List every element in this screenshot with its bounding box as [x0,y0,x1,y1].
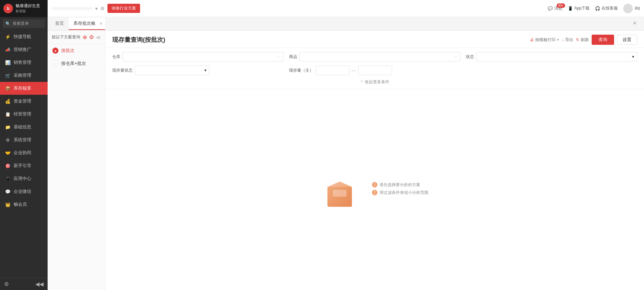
tabbar: 首页 库存批次账 × × [48,17,644,31]
filter-row-1: 仓库 ··· 商品 ··· 状态 [112,52,637,61]
app-edition: 标准版 [16,9,40,14]
app-download-action[interactable]: 📱 App下载 [568,5,590,11]
sidebar-item-enterprise[interactable]: 🤝 企业协同 [0,146,48,159]
refresh-label: 刷新 [581,37,589,43]
tab-close-icon[interactable]: × [100,21,102,26]
panel-item-batch[interactable]: ● 按批次 [48,44,105,57]
content-area: 按以下方案查询 ⊕ ⚙ ≪ ● 按批次 ○ 按仓库+批次 [48,31,644,290]
member-icon: 👑 [5,201,11,207]
top-search-box[interactable] [52,7,92,10]
tab-close-all[interactable]: × [628,17,641,30]
status-filter: 状态 ▾ [466,52,637,61]
sidebar-item-label: 畅会员 [14,201,27,207]
filter-row-2: 现存量状态 ▾ 现存量（主） — [112,66,637,75]
sidebar-item-label: 采购管理 [14,72,31,78]
refresh-action[interactable]: ↻ 刷新 [576,37,589,43]
goods-input[interactable]: ··· [299,52,460,61]
sidebar-item-label: 营销推广 [14,47,31,53]
online-service-action[interactable]: 🎧 在线客服 [595,5,618,11]
tab-home-label: 首页 [55,20,64,26]
user-action[interactable]: Rit [623,4,640,13]
panel-item-batch-label: 按批次 [61,48,74,54]
edit-scheme-icon[interactable]: ⚙ [89,34,94,40]
sidebar-item-inventory[interactable]: 📦 库存核算 [0,82,48,95]
sidebar-item-finance[interactable]: 💰 资金管理 [0,95,48,108]
empty-illustration [321,173,358,207]
sidebar-footer: ⚙ ◀◀ [0,278,48,290]
status-select[interactable]: ▾ [476,52,637,61]
empty-hints: 1 请先选择要分析的方案 2 用过滤条件来缩小分析范围 [372,182,428,198]
sidebar-item-label: 新手引导 [14,163,31,169]
sidebar-item-label: 应用中心 [14,176,31,182]
company-name: 畅康通好生意 [16,3,40,9]
service-icon: 🎧 [595,6,600,11]
sidebar-item-system[interactable]: ⚙ 系统管理 [0,133,48,146]
sidebar-item-label: 经营管理 [14,111,31,117]
sidebar-item-marketing[interactable]: 📣 营销推广 [0,43,48,56]
sidebar-item-label: 系统管理 [14,137,31,143]
collapse-row[interactable]: ⌃ 收起更多条件 [112,79,637,85]
stock-qty-to[interactable] [358,66,392,75]
export-action[interactable]: ↓ 导出 [562,37,573,43]
refresh-icon: ↻ [576,37,579,42]
collapse-icon: ⌃ [360,80,363,85]
marketing-icon: 📣 [5,47,11,53]
print-label: 按模板打印 [535,37,556,43]
messages-action[interactable]: 💬 消息 99+ [548,5,562,11]
settings-button[interactable]: 设置 [617,35,637,45]
warehouse-input[interactable]: ··· [122,52,284,61]
hint-2-text: 用过滤条件来缩小分析范围 [379,190,428,196]
tab-inventory-batch-label: 库存批次账 [73,20,96,26]
app-logo: b [3,4,13,13]
business-icon: 📋 [5,111,11,117]
settings-footer-icon[interactable]: ⚙ [4,281,9,287]
warehouse-label: 仓库 [112,54,120,60]
status-dropdown-icon: ▾ [632,54,634,59]
sidebar-item-member[interactable]: 👑 畅会员 [0,198,48,211]
stock-status-select[interactable]: ▾ [135,66,209,75]
newcomer-icon: 🎯 [5,163,11,169]
sidebar-item-label: 企业微信 [14,188,31,195]
page-actions: 🖨 按模板打印 ▾ ↓ 导出 ↻ 刷新 查询 设置 [530,35,637,45]
sidebar-item-purchase[interactable]: 🛒 采购管理 [0,69,48,82]
empty-state: 1 请先选择要分析的方案 2 用过滤条件来缩小分析范围 [105,89,644,290]
collapse-sidebar-icon[interactable]: ◀◀ [35,281,44,287]
stock-status-label: 现存量状态 [112,68,133,73]
collapse-panel-icon[interactable]: ≪ [96,35,101,40]
topbar-dropdown-icon[interactable]: ▾ [95,6,98,11]
panel-item-warehouse-batch-label: 按仓库+批次 [61,60,86,67]
sidebar-header: b 畅康通好生意 标准版 [0,0,48,17]
print-dropdown-icon[interactable]: ▾ [557,37,559,42]
sidebar-item-newcomer[interactable]: 🎯 新手引导 [0,159,48,172]
export-label: 导出 [565,37,573,43]
sidebar-search[interactable]: 🔍 搜索菜单 [3,19,45,28]
topbar-settings-icon[interactable]: ⚙ [100,6,105,11]
tab-inventory-batch[interactable]: 库存批次账 × [69,18,105,30]
sidebar-item-app-center[interactable]: 📱 应用中心 [0,172,48,185]
sidebar-item-sales[interactable]: 📊 销售管理 [0,56,48,69]
print-action[interactable]: 🖨 按模板打印 ▾ [530,37,559,43]
panel-item-warehouse-batch[interactable]: ○ 按仓库+批次 [48,57,105,70]
sidebar-item-label: 资金管理 [14,98,31,104]
user-avatar [623,4,633,13]
sales-icon: 📊 [5,59,11,66]
empty-hint-1: 1 请先选择要分析的方案 [372,182,428,188]
main-wrapper: ▾ ⚙ 体验行业方案 💬 消息 99+ 📱 App下载 🎧 在线客服 Rit [48,0,644,290]
sidebar-item-label: 销售管理 [14,59,31,66]
sidebar-item-business[interactable]: 📋 经营管理 [0,108,48,121]
stock-qty-dash: — [352,68,356,73]
stock-status-dropdown-icon: ▾ [204,68,206,73]
experience-btn[interactable]: 体验行业方案 [107,4,140,13]
enterprise-icon: 🤝 [5,150,11,156]
app-download-label: App下载 [574,5,590,11]
sidebar-item-basic[interactable]: 📁 基础信息 [0,121,48,133]
sidebar-item-shortcut[interactable]: ⚡ 快捷导航 [0,30,48,43]
shortcut-icon: ⚡ [5,34,11,40]
stock-status-filter: 现存量状态 ▾ [112,66,284,75]
stock-qty-from[interactable] [316,66,350,75]
tab-home[interactable]: 首页 [50,18,69,30]
sidebar-item-wechat[interactable]: 💬 企业微信 [0,185,48,198]
add-scheme-icon[interactable]: ⊕ [83,34,87,40]
user-name: Rit [635,6,640,11]
query-button[interactable]: 查询 [592,35,614,45]
